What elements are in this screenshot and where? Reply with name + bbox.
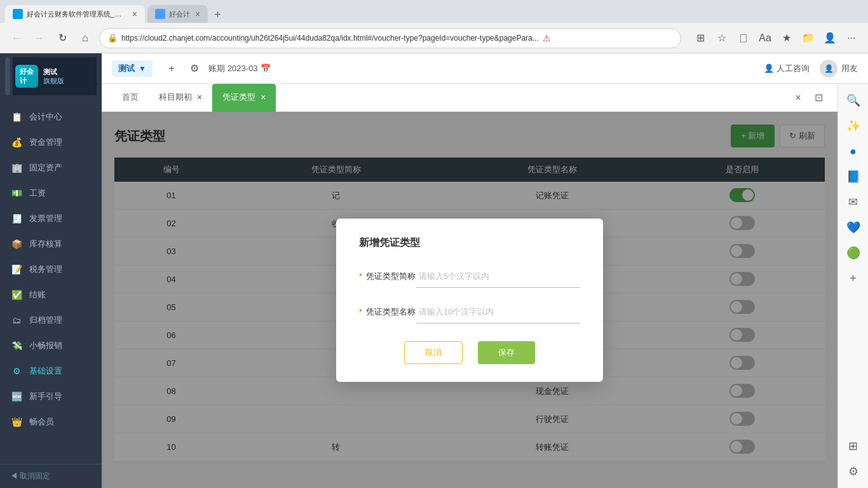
new-tab-button[interactable]: + xyxy=(210,7,225,23)
app-body: 首页 科目期初 × 凭证类型 × × ⊡ xyxy=(102,84,868,488)
security-icon: 🔒 xyxy=(107,33,118,43)
browser-tab-2[interactable]: 好会计 × xyxy=(147,5,208,23)
consult-label: 人工咨询 xyxy=(776,63,810,74)
back-button[interactable]: ← xyxy=(8,29,25,47)
sidebar-item-checkout[interactable]: ✅ 结账 xyxy=(0,282,102,308)
scroll-content: 好会计 测试 旗舰版 xyxy=(13,57,97,95)
settings-btn[interactable]: ⚙ xyxy=(186,60,203,78)
tab-subject-close[interactable]: × xyxy=(197,92,202,102)
save-button[interactable]: 保存 xyxy=(478,341,535,364)
right-panel-ai[interactable]: ✨ xyxy=(842,114,865,137)
right-panel-green[interactable]: 🟢 xyxy=(842,241,865,264)
tab-close-1[interactable]: × xyxy=(132,9,137,19)
sidebar-item-payroll[interactable]: 💵 工资 xyxy=(0,180,102,206)
invoice-icon: 🧾 xyxy=(10,212,23,225)
sidebar-menu: 📋 会计中心 💰 资金管理 🏢 固定资产 💵 工资 🧾 发票管理 📦 库 xyxy=(0,99,102,464)
tab-home[interactable]: 首页 xyxy=(112,84,149,112)
sidebar-item-dashboard[interactable]: 📋 会计中心 xyxy=(0,104,102,130)
right-panel-teams[interactable]: 💙 xyxy=(842,216,865,239)
sidebar-footer[interactable]: ◀ 取消固定 xyxy=(0,464,102,488)
favorites-btn[interactable]: ★ xyxy=(778,29,796,47)
sidebar-label-invoice: 发票管理 xyxy=(29,213,62,224)
sidebar-scroll-top: 好会计 测试 旗舰版 xyxy=(0,53,102,99)
payroll-icon: 💵 xyxy=(10,187,23,200)
tab-close-2[interactable]: × xyxy=(195,9,200,19)
logo-text: 测试 旗舰版 xyxy=(43,67,64,86)
fund-icon: 💰 xyxy=(10,136,23,149)
input-full-name[interactable] xyxy=(416,301,580,323)
tax-icon: 📝 xyxy=(10,263,23,276)
right-panel-gear[interactable]: ⚙ xyxy=(842,460,865,483)
sidebar-logo: 好会计 测试 旗舰版 xyxy=(13,57,97,95)
logo-icon: 好会计 xyxy=(15,65,38,88)
asset-icon: 🏢 xyxy=(10,161,23,174)
calendar-icon[interactable]: 📅 xyxy=(261,64,271,73)
logo-sub: 旗舰版 xyxy=(43,76,64,85)
warn-icon: ⚠ xyxy=(543,33,551,43)
form-row-short: * 凭证类型简称 xyxy=(359,265,580,288)
sidebar-item-tax[interactable]: 📝 税务管理 xyxy=(0,257,102,282)
forward-button[interactable]: → xyxy=(31,29,48,47)
profile-btn[interactable]: 👤 xyxy=(821,29,839,47)
sidebar-item-expense[interactable]: 💸 小畅报销 xyxy=(0,333,102,358)
user-avatar: 👤 xyxy=(820,60,837,78)
expense-icon: 💸 xyxy=(10,339,23,352)
right-panel-grid[interactable]: ⊞ xyxy=(842,435,865,458)
split-view[interactable]: ⎕ xyxy=(735,29,752,47)
menu-btn[interactable]: ··· xyxy=(843,29,860,47)
sidebar-item-member[interactable]: 👑 畅会员 xyxy=(0,409,102,435)
refresh-button[interactable]: ↻ xyxy=(53,29,71,47)
sidebar-label-payroll: 工资 xyxy=(29,187,46,199)
right-panel-mail[interactable]: ✉ xyxy=(842,191,865,214)
user-info[interactable]: 👤 用友 xyxy=(820,60,858,78)
company-selector[interactable]: 测试 ▼ xyxy=(112,60,153,77)
modal-new-voucher: 新增凭证类型 * 凭证类型简称 * xyxy=(336,219,603,382)
modal-overlay: 新增凭证类型 * 凭证类型简称 * xyxy=(102,112,837,488)
browser-tab-active[interactable]: 好会计云财务软件管理系统_会计 × xyxy=(5,5,145,23)
sidebar-label-inventory: 库存核算 xyxy=(29,238,62,250)
company-name: 测试 xyxy=(118,63,135,74)
dashboard-icon: 📋 xyxy=(10,111,23,123)
right-panel-search[interactable]: 🔍 xyxy=(842,89,865,112)
archive-icon: 🗂 xyxy=(10,314,23,327)
right-panel-outlook[interactable]: 📘 xyxy=(842,165,865,188)
sidebar-item-asset[interactable]: 🏢 固定资产 xyxy=(0,155,102,180)
app-container: 好会计 测试 旗舰版 📋 会计中心 💰 资金管理 🏢 固定资产 xyxy=(0,53,868,488)
add-company-btn[interactable]: + xyxy=(163,60,180,78)
reading-mode[interactable]: Aa xyxy=(756,29,774,47)
form-label-short: * 凭证类型简称 xyxy=(359,271,416,282)
sidebar-item-guide[interactable]: 🆕 新手引导 xyxy=(0,384,102,409)
collections-btn[interactable]: 📁 xyxy=(799,29,817,47)
tab-voucher-type[interactable]: 凭证类型 × xyxy=(212,84,276,112)
consult-btn[interactable]: 👤 人工咨询 xyxy=(764,63,810,74)
tab-favicon-2 xyxy=(155,9,165,19)
modal-title: 新增凭证类型 xyxy=(359,236,580,250)
sidebar-label-fund: 资金管理 xyxy=(29,137,62,148)
right-panel-circle[interactable]: ● xyxy=(842,140,865,163)
sidebar-item-archive[interactable]: 🗂 归档管理 xyxy=(0,308,102,333)
tab-subject[interactable]: 科目期初 × xyxy=(149,84,212,112)
sidebar-item-settings[interactable]: ⚙ 基础设置 xyxy=(0,358,102,384)
bookmark-star[interactable]: ☆ xyxy=(713,29,731,47)
sidebar-label-asset: 固定资产 xyxy=(29,162,62,173)
sidebar-item-fund[interactable]: 💰 资金管理 xyxy=(0,130,102,155)
cancel-button[interactable]: 取消 xyxy=(404,341,463,364)
input-short-name[interactable] xyxy=(416,265,580,288)
extensions-btn[interactable]: ⊞ xyxy=(691,29,709,47)
right-panel-plus[interactable]: + xyxy=(842,267,865,290)
browser-action-buttons: ⊞ ☆ ⎕ Aa ★ 📁 👤 ··· xyxy=(691,29,860,47)
content-area: 首页 科目期初 × 凭证类型 × × ⊡ xyxy=(102,84,837,488)
required-mark-short: * xyxy=(359,271,362,281)
tab-voucher-close[interactable]: × xyxy=(261,92,266,102)
sidebar-label-settings: 基础设置 xyxy=(29,365,62,377)
tab-collapse-btn[interactable]: × xyxy=(789,89,807,107)
address-bar[interactable]: 🔒 https://cloud2.chanjet.com/accounting/… xyxy=(99,28,681,48)
sidebar-item-inventory[interactable]: 📦 库存核算 xyxy=(0,231,102,257)
sidebar-label-member: 畅会员 xyxy=(29,416,54,428)
tab-expand-btn[interactable]: ⊡ xyxy=(810,89,827,107)
user-label: 用友 xyxy=(841,63,858,74)
tab-subject-label: 科目期初 xyxy=(159,92,192,103)
sidebar-item-invoice[interactable]: 🧾 发票管理 xyxy=(0,206,102,231)
browser-tabs: 好会计云财务软件管理系统_会计 × 好会计 × + xyxy=(0,0,868,23)
home-button[interactable]: ⌂ xyxy=(76,29,94,47)
